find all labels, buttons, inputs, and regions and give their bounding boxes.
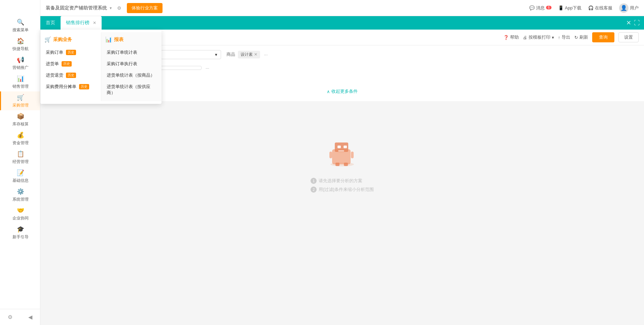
purchase-order-badge: 历史 bbox=[66, 50, 76, 55]
sidebar-item-label: 销售管理 bbox=[12, 84, 29, 89]
sidebar-settings-btn[interactable]: ⚙ bbox=[8, 314, 12, 320]
sidebar-item-label: 搜索菜单 bbox=[12, 27, 29, 33]
refresh-item[interactable]: ↻ 刷新 bbox=[574, 34, 588, 40]
empty-hint-2-text: 用[过滤]条件来缩小分析范围 bbox=[319, 185, 373, 194]
goods-dots[interactable]: ··· bbox=[264, 52, 268, 57]
message-label: 消息 bbox=[536, 5, 545, 11]
dropdown-columns: 🛒 采购业务 采购订单 历史 进货单 历史 进货退货 历史 采购费用分摊单 历史 bbox=[40, 32, 162, 101]
purchase-order-exec-label: 采购订单执行表 bbox=[107, 61, 137, 67]
purchase-section-icon: 🛒 bbox=[44, 36, 51, 43]
svg-rect-8 bbox=[335, 163, 339, 166]
system-gear-icon[interactable]: ⚙ bbox=[117, 5, 121, 11]
svg-rect-9 bbox=[344, 163, 348, 166]
megaphone-icon: 📢 bbox=[17, 56, 24, 64]
user-avatar: 👤 bbox=[619, 3, 629, 13]
print-dropdown-icon: ▾ bbox=[552, 35, 554, 40]
purchase-section-title: 🛒 采购业务 bbox=[44, 35, 97, 44]
purchase-business-col: 🛒 采购业务 采购订单 历史 进货单 历史 进货退货 历史 采购费用分摊单 历史 bbox=[40, 32, 101, 101]
sidebar-item-finance[interactable]: 💰 资金管理 bbox=[0, 129, 40, 148]
sidebar-item-label: 资金管理 bbox=[12, 140, 29, 146]
user-label: 用户 bbox=[630, 5, 639, 11]
sidebar-item-basic-info[interactable]: 📝 基础信息 bbox=[0, 167, 40, 186]
refresh-icon: ↻ bbox=[574, 35, 578, 40]
tab-home[interactable]: 首页 bbox=[40, 16, 61, 30]
sidebar-item-guide[interactable]: 🎓 新手引导 bbox=[0, 223, 40, 242]
tab-close-icon[interactable]: ✕ bbox=[93, 21, 96, 25]
settings-btn[interactable]: 设置 bbox=[618, 32, 639, 42]
money-icon: 💰 bbox=[17, 131, 24, 139]
tab-sales-ranking[interactable]: 销售排行榜 ✕ bbox=[61, 16, 102, 30]
purchase-order-stats-label: 采购订单统计表 bbox=[107, 49, 137, 55]
sidebar-item-label: 系统管理 bbox=[12, 197, 29, 202]
empty-illustration bbox=[322, 131, 362, 171]
collapse-label: 收起更多条件 bbox=[331, 88, 358, 94]
goods-tag-text: 设计素 bbox=[241, 52, 253, 57]
doc-icon: 📝 bbox=[17, 169, 24, 176]
top-header: 6 标准版 装备及固定资产辅助管理系统 ▾ ⚙ 体验行业方案 💬 消息 6 📱 … bbox=[0, 0, 644, 16]
goods-tag-close[interactable]: ✕ bbox=[254, 52, 257, 57]
dropdown-item-purchase-order[interactable]: 采购订单 历史 bbox=[44, 47, 97, 58]
help-item[interactable]: ❓ 帮助 bbox=[503, 34, 519, 40]
system-title-area: 装备及固定资产辅助管理系统 ▾ ⚙ bbox=[46, 5, 121, 11]
stock-in-badge: 历史 bbox=[62, 61, 72, 67]
sidebar: 🔍 搜索菜单 🏠 快捷导航 📢 营销推广 📊 销售管理 🛒 采购管理 📦 库存核… bbox=[0, 0, 40, 325]
sidebar-item-quick-nav[interactable]: 🏠 快捷导航 bbox=[0, 35, 40, 54]
help-label: 帮助 bbox=[510, 34, 519, 40]
sidebar-item-enterprise[interactable]: 🤝 企业协同 bbox=[0, 204, 40, 223]
tab-minimize-icon[interactable]: ✕ bbox=[626, 19, 631, 27]
online-service-item[interactable]: 🎧 在线客服 bbox=[588, 5, 612, 11]
refresh-label: 刷新 bbox=[579, 34, 588, 40]
export-icon: ↑ bbox=[558, 35, 561, 40]
tab-expand-icon[interactable]: ⛶ bbox=[634, 19, 640, 27]
industry-btn[interactable]: 体验行业方案 bbox=[127, 3, 163, 13]
online-service-label: 在线客服 bbox=[595, 5, 612, 11]
handshake-icon: 🤝 bbox=[17, 207, 24, 214]
print-label: 按模板打印 bbox=[529, 34, 550, 40]
message-badge: 6 bbox=[546, 6, 551, 9]
sidebar-item-inventory[interactable]: 📦 库存核算 bbox=[0, 110, 40, 129]
dropdown-item-purchase-order-stats[interactable]: 采购订单统计表 bbox=[105, 47, 158, 58]
sidebar-item-system[interactable]: ⚙️ 系统管理 bbox=[0, 186, 40, 204]
sidebar-item-purchase[interactable]: 🛒 采购管理 bbox=[0, 91, 40, 110]
sidebar-item-label: 经营管理 bbox=[12, 159, 29, 165]
dropdown-item-purchase-expense[interactable]: 采购费用分摊单 历史 bbox=[44, 81, 97, 92]
goods-filter: 商品 设计素 ✕ ··· bbox=[226, 51, 268, 58]
message-icon: 💬 bbox=[529, 5, 535, 10]
empty-state: 1 请先选择要分析的方案 2 用[过滤]条件来缩小分析范围 bbox=[40, 104, 644, 221]
report-section-label: 报表 bbox=[114, 37, 123, 43]
dropdown-item-stock-stats-goods[interactable]: 进货单统计表（按商品） bbox=[105, 70, 158, 81]
report-section-title: 📊 报表 bbox=[105, 35, 158, 44]
tab-home-label: 首页 bbox=[46, 20, 55, 26]
dropdown-item-stock-stats-supplier[interactable]: 进货单统计表（按供应商） bbox=[105, 81, 158, 98]
sidebar-item-sales[interactable]: 📊 销售管理 bbox=[0, 73, 40, 91]
query-btn[interactable]: 查询 bbox=[592, 32, 614, 42]
message-item[interactable]: 💬 消息 6 bbox=[529, 5, 551, 11]
sidebar-item-search[interactable]: 🔍 搜索菜单 bbox=[0, 16, 40, 35]
export-label: 导出 bbox=[562, 34, 570, 40]
dropdown-item-stock-in[interactable]: 进货单 历史 bbox=[44, 58, 97, 70]
cart-icon: 🛒 bbox=[17, 94, 24, 101]
sidebar-bottom: ⚙ ◀ bbox=[0, 309, 40, 325]
system-title-dropdown[interactable]: ▾ bbox=[110, 6, 112, 10]
dropdown-item-stock-return[interactable]: 进货退货 历史 bbox=[44, 70, 97, 81]
dropdown-item-purchase-order-exec[interactable]: 采购订单执行表 bbox=[105, 58, 158, 70]
sidebar-item-marketing[interactable]: 📢 营销推广 bbox=[0, 54, 40, 73]
sidebar-menu: 🔍 搜索菜单 🏠 快捷导航 📢 营销推广 📊 销售管理 🛒 采购管理 📦 库存核… bbox=[0, 16, 40, 309]
tab-sales-ranking-label: 销售排行榜 bbox=[66, 20, 90, 26]
doc-status-select[interactable]: ▾ bbox=[160, 50, 221, 59]
clipboard-icon: 📋 bbox=[17, 150, 24, 158]
tab-bar-right: ✕ ⛶ bbox=[626, 19, 644, 27]
chart-icon: 📊 bbox=[17, 75, 24, 82]
home-icon: 🏠 bbox=[17, 37, 24, 45]
sidebar-item-operations[interactable]: 📋 经营管理 bbox=[0, 148, 40, 167]
salesperson-dots[interactable]: ··· bbox=[206, 66, 209, 71]
help-icon: ❓ bbox=[503, 35, 509, 40]
app-download-item[interactable]: 📱 App下载 bbox=[558, 5, 581, 11]
svg-rect-4 bbox=[344, 146, 347, 148]
user-item[interactable]: 👤 用户 bbox=[619, 3, 639, 13]
sidebar-collapse-btn[interactable]: ◀ bbox=[28, 314, 32, 320]
doc-status-dropdown-icon: ▾ bbox=[215, 52, 217, 57]
export-item[interactable]: ↑ 导出 bbox=[558, 34, 571, 40]
print-item[interactable]: 🖨 按模板打印 ▾ bbox=[523, 34, 554, 40]
sidebar-item-label: 采购管理 bbox=[12, 103, 29, 108]
